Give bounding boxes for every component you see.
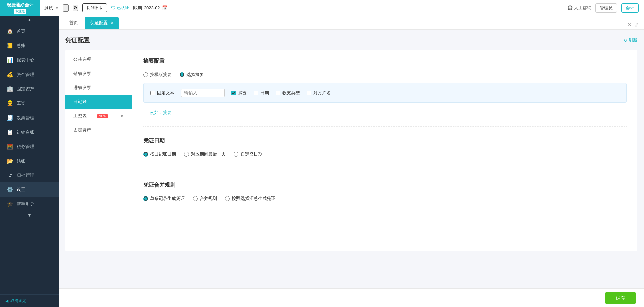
accountant-btn[interactable]: 会计 xyxy=(621,3,639,13)
tab-home[interactable]: 首页 xyxy=(64,17,84,29)
radio-single-voucher-input[interactable] xyxy=(143,196,148,201)
archive-icon: 🗂 xyxy=(7,172,13,178)
sidebar-item-archive[interactable]: 🗂 归档管理 xyxy=(0,168,59,182)
settings-sidebar-icon: ⚙️ xyxy=(7,186,13,193)
sidebar-label-home: 首页 xyxy=(17,28,25,34)
header-right: 🎧 人工咨询 管理员 会计 xyxy=(567,3,639,13)
sidebar-scroll-up[interactable]: ▲ xyxy=(0,16,59,24)
sidebar-item-home[interactable]: 🏠 首页 xyxy=(0,24,59,38)
sidebar-label-asset: 固定资产 xyxy=(17,86,34,92)
checkbox-summary[interactable]: 摘要 xyxy=(231,90,247,96)
sidebar-item-report[interactable]: 📊 报表中心 xyxy=(0,53,59,67)
radio-select-input[interactable] xyxy=(180,72,184,77)
switch-old-btn[interactable]: 切到旧版 xyxy=(82,3,107,12)
radio-period-last-label: 对应期间最后一天 xyxy=(191,151,226,157)
radio-by-select-merge-input[interactable] xyxy=(225,196,230,201)
radio-select-summary[interactable]: 选择摘要 xyxy=(180,72,204,78)
config-nav-payroll[interactable]: 工资表 NEW ▼ xyxy=(65,109,132,123)
sidebar-label-guide: 新手引导 xyxy=(17,201,34,207)
section-voucher-date-title: 凭证日期 xyxy=(143,137,627,144)
sidebar-label-salary: 工资 xyxy=(17,100,25,106)
radio-custom-date-input[interactable] xyxy=(234,152,238,157)
summary-example: 例如：摘要 xyxy=(143,107,627,118)
radio-by-select-merge[interactable]: 按照选择汇总生成凭证 xyxy=(225,195,275,202)
workspace-selector[interactable]: 测试 ▼ xyxy=(44,5,59,11)
sidebar-item-salary[interactable]: 👷 工资 xyxy=(0,96,59,111)
tab-voucher-config[interactable]: 凭证配置 × xyxy=(85,17,119,29)
checkbox-income-type[interactable]: 收支类型 xyxy=(276,90,300,96)
sidebar-item-closing[interactable]: 📂 结账 xyxy=(0,154,59,168)
tab-home-label: 首页 xyxy=(69,20,78,25)
radio-by-diary-input[interactable] xyxy=(143,152,148,157)
guide-icon: 🎓 xyxy=(7,201,13,207)
checkbox-counterpart-input[interactable] xyxy=(307,91,311,95)
settings-icon[interactable]: ⚙ xyxy=(73,5,78,11)
radio-template-input[interactable] xyxy=(143,72,148,77)
checkbox-date-input[interactable] xyxy=(254,91,258,95)
radio-merge-rule[interactable]: 合并规则 xyxy=(193,195,217,202)
asset-icon: 🏢 xyxy=(7,86,13,92)
checkbox-date[interactable]: 日期 xyxy=(254,90,269,96)
logo-title: 畅捷通好会计 xyxy=(7,2,33,8)
purchase-sales-icon: 📋 xyxy=(7,129,13,135)
tab-close-btn[interactable]: × xyxy=(111,20,113,25)
payroll-expand-icon[interactable]: ▼ xyxy=(120,114,124,119)
config-nav-fixed-asset[interactable]: 固定资产 xyxy=(65,123,132,137)
add-button[interactable]: ＋ xyxy=(63,4,69,12)
checkbox-summary-label: 摘要 xyxy=(238,90,247,96)
sidebar-item-ledger[interactable]: 📒 总账 xyxy=(0,38,59,53)
radio-template-summary[interactable]: 按模版摘要 xyxy=(143,72,172,78)
period-selector[interactable]: 账期 2023-02 📅 xyxy=(133,5,167,11)
radio-merge-rule-input[interactable] xyxy=(193,196,198,201)
sidebar-label-tax: 税务管理 xyxy=(17,144,34,150)
admin-btn[interactable]: 管理员 xyxy=(595,3,617,13)
refresh-btn[interactable]: ↻ 刷新 xyxy=(624,37,637,43)
sidebar-item-purchase-sales[interactable]: 📋 进销台账 xyxy=(0,125,59,139)
config-nav-diary[interactable]: 日记账 xyxy=(65,95,132,109)
radio-single-voucher-label: 单条记录生成凭证 xyxy=(150,195,185,202)
calendar-icon[interactable]: 📅 xyxy=(162,5,167,10)
config-nav-purchase-invoice[interactable]: 进项发票 xyxy=(65,81,132,95)
sidebar-item-tax[interactable]: 🧮 税务管理 xyxy=(0,139,59,154)
tab-expand-btn[interactable]: ⤢ xyxy=(634,21,639,28)
new-badge: NEW xyxy=(97,114,108,118)
sidebar-item-settings[interactable]: ⚙️ 设置 xyxy=(0,182,59,197)
tab-bar: 首页 凭证配置 × ✕ ⤢ xyxy=(59,16,644,30)
voucher-date-radio-group: 按日记账日期 对应期间最后一天 自定义日期 xyxy=(143,151,627,157)
period-label: 账期 xyxy=(133,5,142,11)
config-nav-public-label: 公共选项 xyxy=(73,57,91,62)
config-nav-public[interactable]: 公共选项 xyxy=(65,52,132,67)
consult-btn[interactable]: 🎧 人工咨询 xyxy=(567,5,591,11)
checkbox-summary-input[interactable] xyxy=(231,91,236,95)
sidebar-item-guide[interactable]: 🎓 新手引导 xyxy=(0,197,59,211)
headset-icon: 🎧 xyxy=(567,5,573,10)
radio-period-last[interactable]: 对应期间最后一天 xyxy=(184,151,226,157)
certified-badge: 已认证 xyxy=(111,5,129,11)
checkbox-fixed-text[interactable]: 固定文本 xyxy=(150,90,174,96)
radio-single-voucher[interactable]: 单条记录生成凭证 xyxy=(143,195,185,202)
fixed-text-input[interactable] xyxy=(181,89,225,97)
invoice-icon: 🧾 xyxy=(7,115,13,121)
save-btn[interactable]: 保存 xyxy=(605,292,636,304)
checkbox-fixed-text-input[interactable] xyxy=(150,91,155,95)
workspace-dropdown-icon[interactable]: ▼ xyxy=(55,6,59,10)
sidebar-unpin-btn[interactable]: ◀ 取消固定 xyxy=(0,294,59,307)
tab-close-all-btn[interactable]: ✕ xyxy=(627,21,632,28)
section-merge-rule: 凭证合并规则 单条记录生成凭证 合并规则 xyxy=(143,182,627,215)
sidebar-scroll-down[interactable]: ▼ xyxy=(0,211,59,219)
config-nav-sales-invoice[interactable]: 销项发票 xyxy=(65,67,132,81)
checkbox-income-type-input[interactable] xyxy=(276,91,280,95)
radio-by-diary[interactable]: 按日记账日期 xyxy=(143,151,176,157)
sidebar-item-fund[interactable]: 💰 资金管理 xyxy=(0,67,59,82)
radio-custom-date[interactable]: 自定义日期 xyxy=(234,151,262,157)
example-value: 摘要 xyxy=(163,110,172,115)
consult-label: 人工咨询 xyxy=(574,5,591,11)
sidebar-label-archive: 归档管理 xyxy=(17,172,34,178)
checkbox-counterpart[interactable]: 对方户名 xyxy=(307,90,331,96)
radio-period-last-input[interactable] xyxy=(184,152,189,157)
sidebar-item-invoice[interactable]: 🧾 发票管理 xyxy=(0,111,59,125)
unpin-icon: ◀ xyxy=(5,299,8,303)
sidebar-item-asset[interactable]: 🏢 固定资产 xyxy=(0,82,59,96)
tab-active-label: 凭证配置 xyxy=(90,20,108,25)
closing-icon: 📂 xyxy=(7,158,13,164)
